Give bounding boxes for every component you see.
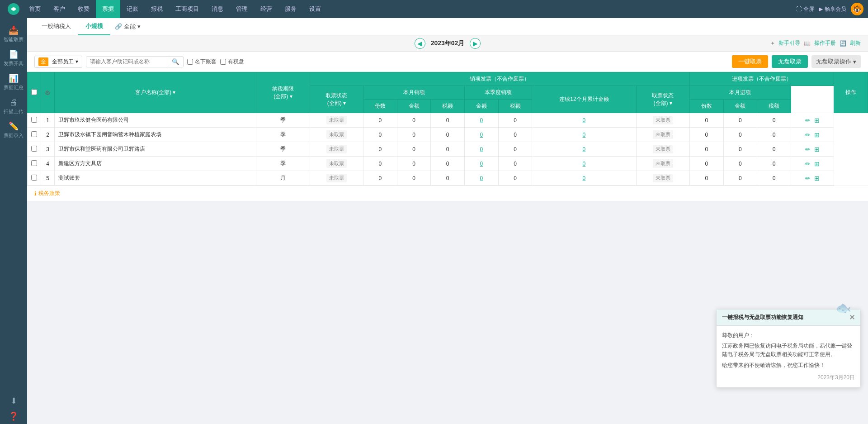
col-sales-month-tax: 税额: [431, 100, 465, 113]
row-name-4: 测试账套: [55, 171, 256, 186]
tab-bar: 一般纳税人 小规模 🔗 全能 ▾: [27, 18, 868, 35]
tab-all-icon: 🔗: [115, 23, 122, 30]
select-all-checkbox[interactable]: [31, 89, 37, 95]
search-button[interactable]: 🔍: [168, 57, 183, 67]
row-period-2: 季: [256, 142, 310, 157]
sidebar-item-scan-upload[interactable]: 🖨 扫描上传: [0, 95, 27, 119]
row-detail-icon-1[interactable]: ⊞: [814, 131, 820, 138]
nav-service[interactable]: 服务: [278, 0, 303, 18]
has-tax-disk-checkbox-label[interactable]: 有税盘: [220, 58, 244, 66]
main-table: ⚙ 客户名称(全部) ▾ 纳税期限(全部) ▾ 销项发票（不合作废票） 进项发票…: [27, 72, 868, 186]
row-actions-4: ✏ ⊞: [791, 171, 834, 186]
avatar[interactable]: 🐯: [851, 3, 863, 15]
nav-fee[interactable]: 收费: [71, 0, 96, 18]
row-sales-month-amount-2: 0: [397, 142, 431, 157]
newbie-guide-btn[interactable]: 新手引导: [778, 39, 800, 47]
smart-ticket-icon: 📥: [9, 26, 19, 34]
row-detail-icon-4[interactable]: ⊞: [814, 175, 820, 182]
member-btn[interactable]: ▶ 畅享会员: [819, 5, 846, 13]
sidebar-item-smart-ticket[interactable]: 📥 智能取票: [0, 23, 27, 47]
row-sales-status-3: 未取票: [310, 157, 363, 171]
sidebar-item-ticket-summary[interactable]: 📊 票据汇总: [0, 71, 27, 95]
period-next-btn[interactable]: ▶: [470, 38, 481, 49]
row-sales-month-tax-3: 0: [431, 157, 465, 171]
col-sales-status-header: 取票状态(全部) ▾: [310, 86, 363, 113]
page-footer: ℹ 税务政策: [27, 186, 868, 201]
row-actions-0: ✏ ⊞: [791, 113, 834, 128]
sales-status-filter-icon[interactable]: ▾: [343, 100, 346, 106]
tab-all[interactable]: 🔗 全能 ▾: [110, 23, 145, 31]
col-settings-header: ⚙: [41, 72, 55, 113]
nav-home[interactable]: 首页: [23, 0, 47, 18]
row-sales-month-amount-4: 0: [397, 171, 431, 186]
fullscreen-btn[interactable]: ⛶ 全屏: [796, 5, 814, 13]
no-disk-ticket-btn[interactable]: 无盘取票: [772, 55, 808, 68]
row-edit-icon-2[interactable]: ✏: [805, 146, 811, 153]
row-checkbox-1[interactable]: [31, 131, 37, 137]
row-income-status-1: 未取票: [636, 128, 689, 142]
ticket-entry-icon: ✏️: [9, 122, 19, 130]
employee-dropdown-icon: ▾: [75, 58, 78, 65]
row-checkbox-0[interactable]: [31, 117, 37, 123]
row-12month-0: 0: [532, 113, 636, 128]
row-checkbox-cell: [28, 157, 41, 171]
tax-policy-btn[interactable]: ℹ 税务政策: [34, 190, 60, 197]
nav-industry[interactable]: 工商项目: [169, 0, 205, 18]
logo[interactable]: [5, 0, 23, 18]
row-detail-icon-0[interactable]: ⊞: [814, 117, 820, 124]
nav-manage[interactable]: 管理: [230, 0, 254, 18]
has-tax-disk-checkbox[interactable]: [220, 59, 226, 65]
sidebar-item-ticket-entry[interactable]: ✏️ 票据录入: [0, 119, 27, 143]
nav-tax[interactable]: 报税: [145, 0, 169, 18]
col-name-filter-icon[interactable]: ▾: [173, 89, 175, 95]
manual-btn[interactable]: 操作手册: [814, 39, 836, 47]
row-edit-icon-4[interactable]: ✏: [805, 175, 811, 182]
period-prev-btn[interactable]: ◀: [415, 38, 425, 49]
sidebar-item-download[interactable]: ⬇: [0, 393, 27, 409]
row-detail-icon-2[interactable]: ⊞: [814, 146, 820, 153]
row-sales-month-count-2: 0: [363, 142, 397, 157]
row-sales-status-1: 未取票: [310, 128, 363, 142]
row-edit-icon-3[interactable]: ✏: [805, 160, 811, 167]
row-actions-1: ✏ ⊞: [791, 128, 834, 142]
nav-message[interactable]: 消息: [205, 0, 230, 18]
row-checkbox-2[interactable]: [31, 146, 37, 152]
nav-account[interactable]: 记账: [120, 0, 145, 18]
no-disk-op-btn[interactable]: 无盘取票操作 ▾: [811, 55, 861, 68]
nav-operation[interactable]: 经营: [254, 0, 278, 18]
col-period-filter-icon[interactable]: ▾: [290, 93, 292, 100]
refresh-btn[interactable]: 刷新: [850, 39, 861, 47]
one-key-ticket-btn[interactable]: 一键取票: [732, 55, 768, 68]
row-checkbox-cell: [28, 128, 41, 142]
tab-small-scale[interactable]: 小规模: [78, 18, 110, 35]
search-input[interactable]: [86, 57, 168, 67]
nav-customer[interactable]: 客户: [47, 0, 71, 18]
scan-upload-icon: 🖨: [9, 98, 18, 106]
under-name-checkbox-label[interactable]: 名下账套: [187, 58, 217, 66]
under-name-checkbox[interactable]: [187, 59, 193, 65]
income-group-header: 进项发票（不合作废票）: [689, 72, 834, 86]
nav-settings[interactable]: 设置: [303, 0, 327, 18]
sidebar-item-help[interactable]: ❓: [0, 409, 27, 424]
row-sales-month-amount-1: 0: [397, 128, 431, 142]
income-status-filter-icon[interactable]: ▾: [670, 100, 672, 106]
tab-general-taxpayer[interactable]: 一般纳税人: [34, 18, 78, 35]
nav-ticket[interactable]: 票据: [96, 0, 120, 18]
row-12month-2: 0: [532, 142, 636, 157]
row-num-1: 2: [41, 128, 55, 142]
notification-popup: 🐟 一键报税与无盘取票功能恢复通知 ✕ 尊敬的用户： 江苏政务网已恢复访问电子税…: [716, 309, 861, 388]
employee-select-text: 全部员工: [52, 58, 74, 66]
row-checkbox-3[interactable]: [31, 160, 37, 166]
row-checkbox-4[interactable]: [31, 175, 37, 181]
row-detail-icon-3[interactable]: ⊞: [814, 160, 820, 167]
row-income-month-tax-4: 0: [757, 171, 791, 186]
row-income-month-tax-2: 0: [757, 142, 791, 157]
row-sales-month-tax-0: 0: [431, 113, 465, 128]
row-name-0: 卫辉市玖玖健合医药有限公司: [55, 113, 256, 128]
row-edit-icon-0[interactable]: ✏: [805, 117, 811, 124]
settings-icon[interactable]: ⚙: [45, 89, 51, 96]
sidebar-item-invoice-open[interactable]: 📄 发票开具: [0, 47, 27, 71]
employee-select[interactable]: 全 全部员工 ▾: [34, 56, 82, 68]
row-edit-icon-1[interactable]: ✏: [805, 131, 811, 138]
row-sales-month-tax-4: 0: [431, 171, 465, 186]
